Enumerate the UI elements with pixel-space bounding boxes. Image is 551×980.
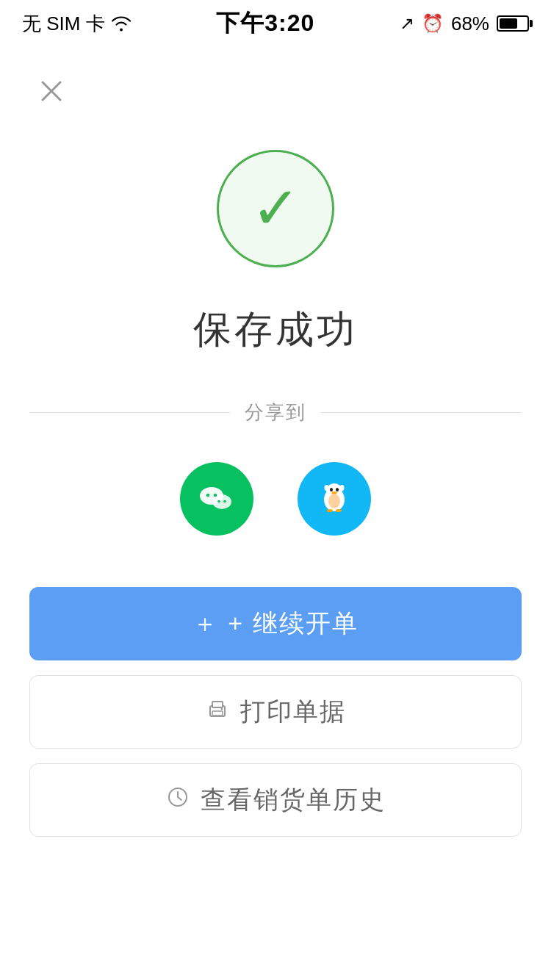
- print-label: 打印单据: [240, 695, 346, 729]
- history-icon: [165, 785, 190, 815]
- svg-point-4: [206, 494, 209, 497]
- success-title: 保存成功: [193, 304, 358, 356]
- carrier-text: 无 SIM 卡: [22, 11, 105, 37]
- action-buttons: ＋ + 继续开单 打印单据: [29, 587, 522, 837]
- qq-icon: [313, 478, 356, 520]
- svg-line-24: [178, 797, 181, 800]
- share-icons-group: [180, 462, 371, 536]
- continue-button[interactable]: ＋ + 继续开单: [29, 587, 522, 660]
- svg-point-10: [330, 488, 333, 491]
- history-label: 查看销货单历史: [201, 783, 386, 817]
- close-button[interactable]: [29, 69, 73, 113]
- svg-rect-20: [212, 711, 223, 716]
- alarm-icon: ⏰: [422, 13, 444, 34]
- qq-share-button[interactable]: [298, 462, 371, 536]
- check-icon: ✓: [251, 179, 300, 238]
- continue-label: + 继续开单: [228, 607, 358, 641]
- share-divider: 分享到: [29, 400, 522, 425]
- main-content: ✓ 保存成功 分享到: [0, 47, 551, 859]
- wechat-share-button[interactable]: [180, 462, 253, 536]
- svg-point-7: [223, 500, 226, 503]
- svg-point-14: [327, 509, 333, 512]
- status-bar: 无 SIM 卡 下午3:20 ↗ ⏰ 68%: [0, 0, 551, 47]
- print-button[interactable]: 打印单据: [29, 675, 522, 749]
- svg-point-16: [325, 485, 329, 491]
- svg-point-15: [336, 509, 342, 512]
- printer-icon: [205, 696, 230, 727]
- history-button[interactable]: 查看销货单历史: [29, 763, 522, 837]
- wechat-icon: [195, 477, 239, 521]
- svg-point-11: [336, 488, 339, 491]
- plus-icon: ＋: [192, 607, 217, 641]
- battery-percent: 68%: [451, 12, 489, 35]
- close-icon: [38, 78, 65, 104]
- battery-fill: [500, 18, 517, 29]
- location-icon: ↗: [400, 13, 414, 34]
- status-carrier: 无 SIM 卡: [22, 11, 132, 37]
- divider-left: [29, 412, 230, 413]
- success-circle: ✓: [217, 150, 334, 267]
- wifi-icon: [111, 15, 132, 32]
- svg-point-17: [340, 485, 345, 491]
- share-label: 分享到: [245, 400, 306, 425]
- status-time: 下午3:20: [216, 7, 314, 40]
- battery-icon: [497, 15, 529, 32]
- svg-rect-19: [212, 702, 223, 707]
- divider-right: [321, 412, 522, 413]
- svg-point-6: [217, 500, 220, 503]
- svg-point-21: [221, 708, 223, 710]
- svg-point-5: [214, 494, 217, 497]
- status-right-group: ↗ ⏰ 68%: [400, 12, 529, 35]
- svg-point-13: [328, 494, 340, 508]
